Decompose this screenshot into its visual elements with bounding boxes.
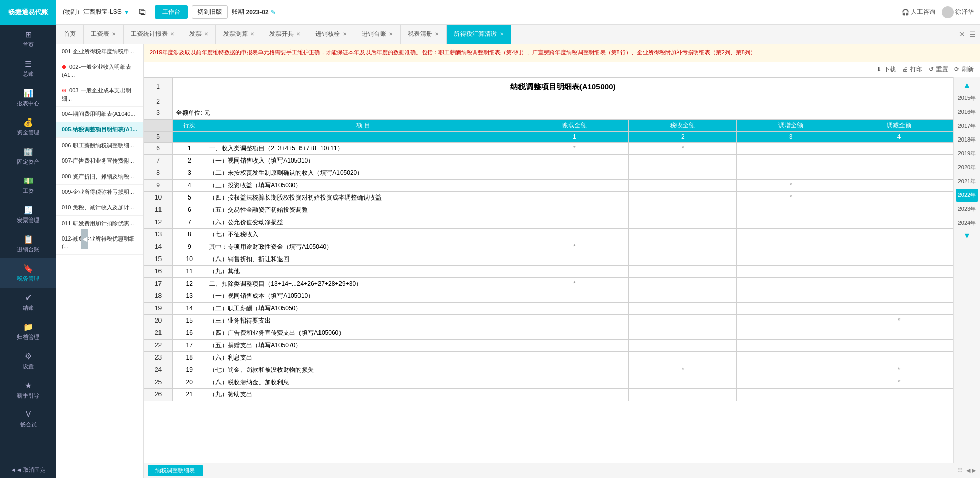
tab-invoice[interactable]: 发票 ✕	[182, 25, 216, 44]
row-v1[interactable]: *	[521, 142, 629, 154]
row-v3[interactable]	[737, 314, 845, 327]
row-v4[interactable]	[845, 154, 953, 167]
row-v2[interactable]	[629, 167, 737, 179]
row-v3[interactable]	[737, 376, 845, 388]
row-v2[interactable]	[629, 376, 737, 388]
row-v3[interactable]	[737, 228, 845, 241]
year-2019[interactable]: 2019年	[956, 147, 978, 160]
row-v1[interactable]	[521, 265, 629, 277]
tab-invoice-calc[interactable]: 发票测算 ✕	[216, 25, 262, 44]
row-v3[interactable]	[737, 339, 845, 351]
row-v4[interactable]	[845, 290, 953, 302]
year-2024[interactable]: 2024年	[956, 216, 978, 229]
period-edit-icon[interactable]: ✎	[271, 9, 276, 16]
tab-invoice-open[interactable]: 发票开具 ✕	[262, 25, 308, 44]
row-v1[interactable]	[521, 351, 629, 364]
row-v4[interactable]	[845, 351, 953, 364]
row-v3[interactable]	[737, 204, 845, 216]
row-v4[interactable]: *	[845, 364, 953, 376]
row-v4[interactable]	[845, 204, 953, 216]
download-btn[interactable]: ⬇ 下载	[876, 65, 896, 74]
left-item-007[interactable]: 007-广告费和业务宣传费附...	[56, 153, 143, 169]
year-2023[interactable]: 2023年	[956, 203, 978, 215]
row-v4[interactable]	[845, 191, 953, 204]
row-v2[interactable]	[629, 290, 737, 302]
bottom-scroll-left[interactable]: ⠿	[958, 467, 962, 474]
sidebar-item-funds[interactable]: 💰 资金管理	[0, 112, 56, 142]
row-v3[interactable]: *	[737, 191, 845, 204]
row-v1[interactable]	[521, 204, 629, 216]
sidebar-item-reports[interactable]: 📊 报表中心	[0, 83, 56, 112]
sidebar-item-invoice[interactable]: 🧾 发票管理	[0, 200, 56, 229]
row-v2[interactable]	[629, 154, 737, 167]
row-v2[interactable]	[629, 351, 737, 364]
row-v4[interactable]: *	[845, 376, 953, 388]
row-v3[interactable]	[737, 327, 845, 339]
user-service-btn[interactable]: 🎧 人工咨询	[902, 8, 935, 16]
row-v2[interactable]: *	[629, 142, 737, 154]
sidebar-item-salary[interactable]: 💵 工资	[0, 171, 56, 200]
row-v1[interactable]	[521, 314, 629, 327]
row-v1[interactable]: *	[521, 277, 629, 290]
left-item-009[interactable]: 009-企业所得税弥补亏损明...	[56, 185, 143, 200]
row-v3[interactable]	[737, 302, 845, 314]
left-item-006[interactable]: 006-职工薪酬纳税调整明细...	[56, 138, 143, 153]
row-v4[interactable]	[845, 216, 953, 228]
row-v3[interactable]	[737, 142, 845, 154]
tab-purchase-ledger[interactable]: 进销台账 ✕	[354, 25, 401, 44]
bottom-tab-adjust[interactable]: 纳税调整明细表	[148, 465, 203, 476]
sidebar-item-tax[interactable]: 🔖 税务管理	[0, 258, 56, 288]
row-v3[interactable]	[737, 241, 845, 253]
tab-salary-report-close[interactable]: ✕	[170, 31, 174, 37]
row-v4[interactable]	[845, 241, 953, 253]
row-v4[interactable]	[845, 228, 953, 241]
left-item-002[interactable]: ⊗ 002-一般企业收入明细表(A1...	[56, 59, 143, 83]
left-item-001[interactable]: 001-企业所得税年度纳税申...	[56, 44, 143, 59]
row-v2[interactable]	[629, 179, 737, 191]
row-v4[interactable]	[845, 179, 953, 191]
sidebar-item-settle[interactable]: ✔ 结账	[0, 288, 56, 317]
sidebar-item-guide[interactable]: ★ 新手引导	[0, 375, 56, 405]
row-v4[interactable]	[845, 277, 953, 290]
row-v2[interactable]	[629, 216, 737, 228]
year-2015[interactable]: 2015年	[956, 92, 978, 105]
row-v1[interactable]	[521, 327, 629, 339]
sidebar-item-archive[interactable]: 📁 归档管理	[0, 317, 56, 346]
year-2018[interactable]: 2018年	[956, 133, 978, 146]
row-v2[interactable]	[629, 327, 737, 339]
row-v4[interactable]	[845, 265, 953, 277]
row-v2[interactable]	[629, 228, 737, 241]
row-v3[interactable]	[737, 351, 845, 364]
row-v4[interactable]	[845, 388, 953, 401]
row-v3[interactable]	[737, 167, 845, 179]
workspace-btn[interactable]: 工作台	[155, 5, 188, 19]
row-v3[interactable]	[737, 154, 845, 167]
row-v1[interactable]	[521, 339, 629, 351]
row-v4[interactable]: *	[845, 314, 953, 327]
row-v3[interactable]	[737, 388, 845, 401]
row-v2[interactable]	[629, 302, 737, 314]
year-2017[interactable]: 2017年	[956, 120, 978, 132]
row-v1[interactable]	[521, 154, 629, 167]
tab-income-tax[interactable]: 所得税汇算清缴 ✕	[447, 25, 511, 44]
reset-btn[interactable]: ↺ 重置	[929, 65, 948, 74]
year-2020[interactable]: 2020年	[956, 161, 978, 174]
left-item-004[interactable]: 004-期间费用明细表(A1040...	[56, 107, 143, 122]
year-2022[interactable]: 2022年	[956, 189, 978, 202]
sidebar-collapse[interactable]: ◄◄ 取消固定	[0, 462, 56, 478]
tab-invoice-close[interactable]: ✕	[204, 31, 208, 37]
tab-invoice-open-close[interactable]: ✕	[296, 31, 301, 37]
row-v4[interactable]	[845, 339, 953, 351]
row-v2[interactable]	[629, 253, 737, 265]
row-v4[interactable]	[845, 253, 953, 265]
row-v2[interactable]	[629, 388, 737, 401]
tab-salary-report[interactable]: 工资统计报表 ✕	[124, 25, 182, 44]
row-v3[interactable]	[737, 265, 845, 277]
sidebar-item-purchase[interactable]: 📋 进销台账	[0, 229, 56, 258]
tab-invoice-calc-close[interactable]: ✕	[250, 31, 254, 37]
row-v2[interactable]: *	[629, 364, 737, 376]
tab-purchase-check[interactable]: 进销核栓 ✕	[308, 25, 354, 44]
row-v1[interactable]	[521, 191, 629, 204]
sidebar-item-member[interactable]: V 畅会员	[0, 405, 56, 433]
copy-btn[interactable]: ⧉	[134, 5, 151, 19]
